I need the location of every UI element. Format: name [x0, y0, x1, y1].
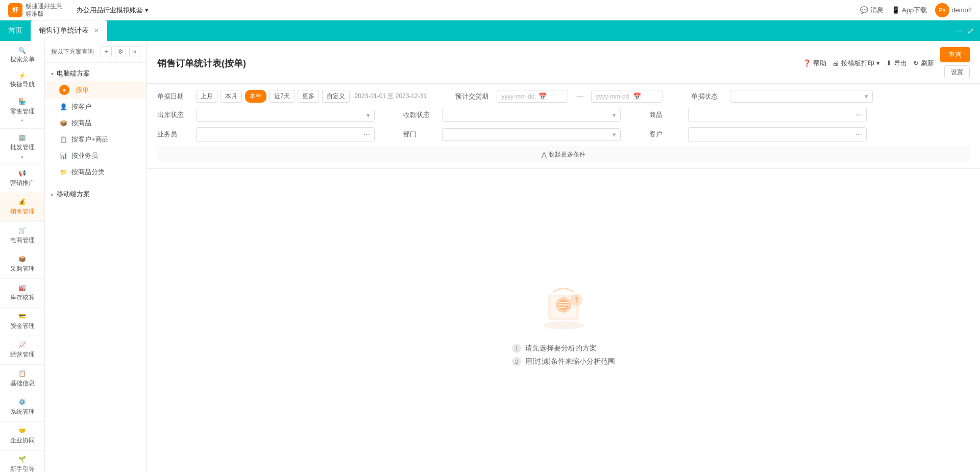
salesperson-scheme-icon: 📊 [59, 152, 67, 160]
corp-icon: 🤝 [18, 427, 26, 434]
logo-area: 好 畅捷通好生意 标准版 [8, 3, 62, 17]
scheme-by-order[interactable]: ● 按单 [45, 81, 146, 99]
pc-section-header[interactable]: ▾ 电脑端方案 [45, 66, 146, 81]
calendar-icon-2: 📅 [633, 92, 641, 100]
sidebar-item-finance[interactable]: 💳 资金管理 [0, 308, 44, 336]
pc-section-label: 电脑端方案 [57, 69, 90, 78]
forecast-date-end[interactable]: yyyy-mm-dd 📅 [591, 90, 663, 103]
svg-point-0 [543, 321, 584, 329]
sidebar-operations-label: 经营管理 [10, 350, 35, 359]
scheme-by-salesperson[interactable]: 📊 按业务员 [45, 148, 146, 164]
finance-icon: 💳 [18, 313, 26, 320]
help-btn[interactable]: ❓ 帮助 [803, 59, 826, 68]
scheme-by-cust-goods[interactable]: 📋 按客户+商品 [45, 131, 146, 148]
sidebar-item-system[interactable]: ⚙️ 系统管理 [0, 393, 44, 422]
doc-status-label: 单据状态 [691, 92, 722, 101]
date-btn-last-month[interactable]: 上月 [196, 90, 217, 103]
content-area: 按以下方案查询 + ⚙ « ▾ 电脑端方案 ● 按单 👤 按 [45, 41, 980, 472]
tab-home[interactable]: 首页 [0, 20, 31, 41]
empty-state: ? 1 请先选择要分析的方案 2 用[过滤]条件来缩小分析范围 [147, 169, 980, 472]
dept-select[interactable]: ▾ [442, 128, 621, 141]
date-btn-this-month[interactable]: 本月 [220, 90, 242, 103]
sidebar-wholesale-label: 批发管理 [10, 143, 35, 152]
date-btn-more[interactable]: 更多 [298, 90, 319, 103]
date-btn-custom[interactable]: 自定义 [322, 90, 350, 103]
mobile-section-header[interactable]: ▸ 移动端方案 [45, 186, 146, 202]
scheme-by-goods-label: 按商品 [71, 119, 91, 128]
collapse-panel-btn[interactable]: « [129, 46, 140, 57]
sidebar-item-inventory[interactable]: 🏭 库存核算 [0, 279, 44, 308]
date-separator: — [576, 92, 583, 100]
operations-icon: 📈 [18, 341, 26, 348]
filter-row-1: 单据日期 上月 本月 本年 近7天 更多 自定义 2023-01-01 至 20… [157, 90, 970, 103]
chevron-down-icon: ▾ [21, 118, 23, 123]
category-scheme-icon: 📁 [59, 168, 67, 176]
newbie-icon: 🌱 [18, 456, 26, 463]
main-right: 销售订单统计表(按单) ❓ 帮助 🖨 按模板打印 ▾ ⬇ 导出 [147, 41, 980, 472]
maximize-icon[interactable]: ⤢ [967, 26, 974, 36]
refresh-btn[interactable]: ↻ 刷新 [913, 59, 934, 68]
minimize-icon[interactable]: — [955, 26, 963, 35]
delivery-status-label: 出库状态 [157, 110, 188, 120]
export-icon: ⬇ [886, 59, 892, 67]
scheme-by-customer[interactable]: 👤 按客户 [45, 99, 146, 115]
app-selector[interactable]: 办公用品行业模拟账套 ▾ [77, 6, 149, 15]
sidebar-retail-label: 零售管理 [10, 107, 35, 116]
mobile-section-arrow: ▸ [51, 192, 54, 197]
sidebar-item-basic[interactable]: 📋 基础信息 [0, 365, 44, 393]
empty-illustration: ? [533, 274, 594, 336]
date-btn-7days[interactable]: 近7天 [270, 90, 295, 103]
sidebar-item-ecommerce[interactable]: 🛒 电商管理 [0, 222, 44, 250]
message-btn[interactable]: 💬 消息 [860, 6, 884, 15]
add-scheme-btn[interactable]: + [101, 46, 112, 57]
search-icon: 🔍 [18, 47, 26, 54]
pc-section-arrow: ▾ [51, 71, 54, 77]
sidebar-corp-label: 企业协同 [10, 436, 35, 445]
sidebar-search[interactable]: 🔍 搜索菜单 [0, 41, 44, 68]
sidebar-item-wholesale[interactable]: 🏢 批发管理 ▴ [0, 129, 44, 164]
export-btn[interactable]: ⬇ 导出 [886, 59, 907, 68]
sidebar-item-operations[interactable]: 📈 经营管理 [0, 336, 44, 365]
tab-close-icon[interactable]: ✕ [94, 27, 99, 34]
sidebar-marketing-label: 营销推广 [10, 179, 35, 187]
goods-label: 商品 [649, 110, 680, 120]
sidebar-item-sales[interactable]: 💰 销售管理 [0, 193, 44, 222]
goods-select[interactable]: ··· [688, 108, 867, 122]
delivery-status-select[interactable]: ▾ [196, 109, 375, 122]
tip-num-1: 1 [512, 344, 521, 353]
scheme-by-goods[interactable]: 📦 按商品 [45, 115, 146, 131]
sidebar-item-purchase[interactable]: 📦 采购管理 [0, 250, 44, 279]
refresh-icon: ↻ [913, 59, 919, 67]
chevron-down-icon: ▾ [145, 6, 149, 14]
settings-scheme-btn[interactable]: ⚙ [115, 46, 126, 57]
tab-sales-stat[interactable]: 销售订单统计表 ✕ [31, 20, 107, 41]
customer-select[interactable]: ··· [688, 127, 867, 141]
customer-dots-icon: ··· [855, 130, 862, 139]
date-btn-this-year[interactable]: 本年 [245, 90, 266, 103]
filter-row-2: 出库状态 ▾ 收款状态 ▾ 商品 ··· [157, 108, 970, 122]
collapse-bar[interactable]: ⋀ 收起更多条件 [157, 147, 970, 162]
print-icon: 🖨 [832, 59, 839, 67]
doc-status-select[interactable]: ▾ [730, 90, 873, 103]
sidebar-quick-nav[interactable]: ⚡ 快捷导航 [0, 68, 44, 93]
app-download-btn[interactable]: 📱 App下载 [892, 6, 927, 15]
sidebar-item-newbie[interactable]: 🌱 新手引导 [0, 451, 44, 472]
date-label: 单据日期 [157, 92, 188, 101]
setting-btn[interactable]: 设置 [944, 65, 970, 79]
sidebar-item-corp[interactable]: 🤝 企业协同 [0, 422, 44, 451]
tab-bar-actions: — ⤢ [955, 26, 980, 36]
search-btn[interactable]: 查询 [940, 47, 970, 62]
left-panel-title: 按以下方案查询 [51, 48, 94, 56]
salesperson-select[interactable]: ··· [196, 127, 375, 141]
print-btn[interactable]: 🖨 按模板打印 ▾ [832, 59, 880, 68]
scheme-by-category-label: 按商品分类 [71, 168, 105, 177]
scheme-by-category[interactable]: 📁 按商品分类 [45, 164, 146, 180]
sidebar-item-retail[interactable]: 🏪 零售管理 ▾ [0, 93, 44, 129]
mobile-section-label: 移动端方案 [57, 190, 90, 199]
sidebar-item-marketing[interactable]: 📢 营销推广 [0, 164, 44, 193]
sidebar-sales-label: 销售管理 [10, 207, 35, 216]
user-area[interactable]: Ea demo2 [935, 3, 972, 17]
forecast-date-start[interactable]: yyyy-mm-dd 📅 [497, 90, 568, 103]
select-arrow-icon: ▾ [865, 92, 868, 100]
payment-status-select[interactable]: ▾ [442, 109, 621, 122]
